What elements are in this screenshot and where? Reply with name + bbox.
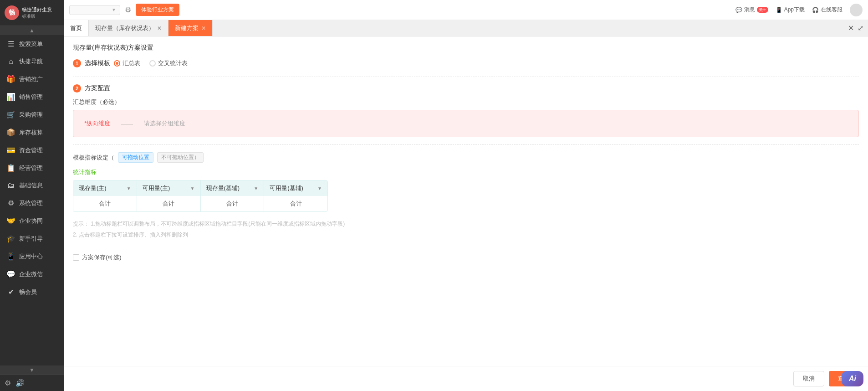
stats-col-2-chevron: ▼ xyxy=(254,186,258,191)
sidebar-item-finance[interactable]: 💳 资金管理 xyxy=(0,141,64,159)
marketing-icon: 🎁 xyxy=(6,75,15,83)
tab-home-label: 首页 xyxy=(70,24,82,32)
user-avatar[interactable] xyxy=(850,4,863,16)
page-title: 现存量(库存状况表)方案设置 xyxy=(73,44,859,52)
sidebar-item-inventory[interactable]: 📦 库存核算 xyxy=(0,123,64,141)
stats-col-0-chevron: ▼ xyxy=(127,186,131,191)
stats-section-label: 统计指标 xyxy=(73,168,859,176)
sidebar-item-appstore[interactable]: 📱 应用中心 xyxy=(0,247,64,265)
tabbar: 首页 现存量（库存状况表） ✕ 新建方案 ✕ ✕ ⤢ xyxy=(64,20,868,36)
template-radio-group: 汇总表 交叉统计表 xyxy=(114,59,188,67)
stats-col-1[interactable]: 可用量(主) ▼ xyxy=(137,180,201,196)
tab-new-plan[interactable]: 新建方案 ✕ xyxy=(168,20,213,36)
non-draggable-tag: 不可拖动位置） xyxy=(157,152,204,163)
stats-cell-1: 合计 xyxy=(137,196,201,211)
stats-col-0-label: 现存量(主) xyxy=(79,184,107,192)
inventory-icon: 📦 xyxy=(6,128,15,137)
sidebar-item-wechat[interactable]: 💬 企业微信 xyxy=(0,265,64,283)
stats-col-2[interactable]: 现存量(基辅) ▼ xyxy=(201,180,265,196)
radio-summary[interactable]: 汇总表 xyxy=(114,59,140,67)
section-1-number: 1 xyxy=(73,59,81,67)
search-dropdown-icon[interactable]: ▼ xyxy=(112,7,116,12)
topbar-search-box: ▼ xyxy=(69,5,120,15)
draggable-tag: 可拖动位置 xyxy=(118,152,153,163)
sidebar-item-purchase[interactable]: 🛒 采购管理 xyxy=(0,106,64,123)
radio-crosstab[interactable]: 交叉统计表 xyxy=(149,59,188,67)
finance-icon: 💳 xyxy=(6,146,15,154)
tab-close-all-icon[interactable]: ✕ xyxy=(848,24,854,32)
message-icon: 💬 xyxy=(735,7,742,13)
sidebar-item-label: 搜索菜单 xyxy=(19,40,43,48)
stats-col-2-label: 现存量(基辅) xyxy=(206,184,240,192)
tab-new-plan-close[interactable]: ✕ xyxy=(201,25,206,31)
search-input[interactable] xyxy=(73,7,110,13)
tips-section: 提示： 1.拖动标题栏可以调整布局，不可跨维度或指标区域拖动栏目字段(只能在同一… xyxy=(73,219,859,240)
radio-crosstab-label: 交叉统计表 xyxy=(158,59,188,67)
sidebar-item-member[interactable]: ✔ 畅会员 xyxy=(0,283,64,301)
tab-home[interactable]: 首页 xyxy=(64,20,89,36)
sidebar-item-marketing[interactable]: 🎁 营销推广 xyxy=(0,70,64,88)
cancel-button[interactable]: 取消 xyxy=(793,371,824,386)
sidebar-item-sales[interactable]: 📊 销售管理 xyxy=(0,88,64,106)
basics-icon: 🗂 xyxy=(6,181,15,190)
sidebar-item-basics[interactable]: 🗂 基础信息 xyxy=(0,177,64,194)
stats-col-3-chevron: ▼ xyxy=(317,186,322,191)
save-checkbox[interactable] xyxy=(73,254,79,261)
section-2-title: 方案配置 xyxy=(85,84,110,93)
topbar-settings-icon[interactable]: ⚙ xyxy=(125,5,131,14)
tip-2: 2. 点击标题栏下拉可设置排序、插入列和删除列 xyxy=(73,230,859,240)
vertical-field-label: *纵向维度 xyxy=(84,119,110,128)
sidebar-item-label: 经营管理 xyxy=(19,164,43,172)
sidebar-logo: 畅 畅捷通好生意 标准版 xyxy=(0,0,64,26)
section-1-title: 选择模板 xyxy=(85,59,110,67)
stats-col-3[interactable]: 可用量(基辅) ▼ xyxy=(264,180,327,196)
sidebar-item-enterprise[interactable]: 🤝 企业协同 xyxy=(0,212,64,230)
stats-table-body: 合计 合计 合计 合计 xyxy=(73,196,327,211)
app-label: App下载 xyxy=(784,6,805,14)
sidebar-settings-icon[interactable]: ⚙ xyxy=(5,379,11,387)
stats-col-1-chevron: ▼ xyxy=(190,186,195,191)
stats-col-1-label: 可用量(主) xyxy=(143,184,170,192)
stats-col-0[interactable]: 现存量(主) ▼ xyxy=(73,180,137,196)
stats-cell-2: 合计 xyxy=(201,196,265,211)
sidebar-sound-icon[interactable]: 🔊 xyxy=(15,379,25,387)
sidebar-item-label: 资金管理 xyxy=(19,146,43,154)
ai-badge[interactable]: Ai xyxy=(842,371,863,386)
radio-summary-dot xyxy=(114,60,120,67)
tabbar-right-actions: ✕ ⤢ xyxy=(848,24,868,32)
section-1-header: 1 选择模板 汇总表 交叉统计表 xyxy=(73,59,859,67)
indicator-settings-label: 模板指标设定（ 可拖动位置 不可拖动位置） xyxy=(73,152,859,163)
sidebar-item-operations[interactable]: 📋 经营管理 xyxy=(0,159,64,177)
topbar: ▼ ⚙ 体验行业方案 💬 消息 99+ 📱 App下载 🎧 在线客服 xyxy=(64,0,868,20)
sidebar-item-newbie[interactable]: 🎓 新手引导 xyxy=(0,230,64,247)
message-item[interactable]: 💬 消息 99+ xyxy=(735,6,768,14)
app-download-item[interactable]: 📱 App下载 xyxy=(776,6,805,14)
sidebar-item-label: 畅会员 xyxy=(19,288,37,296)
appstore-icon: 📱 xyxy=(6,252,15,261)
sidebar-item-system[interactable]: ⚙ 系统管理 xyxy=(0,194,64,212)
sidebar-item-label: 系统管理 xyxy=(19,199,43,207)
service-item[interactable]: 🎧 在线客服 xyxy=(812,6,842,14)
sidebar-scroll-up[interactable]: ▲ xyxy=(0,26,64,35)
page-content: 现存量(库存状况表)方案设置 1 选择模板 汇总表 交叉统计表 xyxy=(64,36,868,391)
page-footer: 取消 查询 xyxy=(64,366,868,391)
sidebar-item-label: 销售管理 xyxy=(19,93,43,101)
save-option: 方案保存(可选) xyxy=(73,253,859,262)
tab-expand-icon[interactable]: ⤢ xyxy=(858,24,863,32)
message-label: 消息 xyxy=(744,6,755,14)
sidebar-item-quick-nav[interactable]: ⌂ 快捷导航 xyxy=(0,53,64,70)
dimension-box[interactable]: *纵向维度 —— 请选择分组维度 xyxy=(73,110,859,137)
stats-cell-3: 合计 xyxy=(264,196,327,211)
main-area: ▼ ⚙ 体验行业方案 💬 消息 99+ 📱 App下载 🎧 在线客服 首页 xyxy=(64,0,868,391)
search-menu-icon: ☰ xyxy=(6,40,15,48)
sidebar-item-label: 快捷导航 xyxy=(19,57,43,66)
sidebar-scroll-down[interactable]: ▼ xyxy=(0,365,64,375)
sales-icon: 📊 xyxy=(6,93,15,101)
sidebar-item-search-menu[interactable]: ☰ 搜索菜单 xyxy=(0,35,64,53)
trial-button[interactable]: 体验行业方案 xyxy=(136,4,179,16)
tab-inventory-status[interactable]: 现存量（库存状况表） ✕ xyxy=(89,20,168,36)
newbie-icon: 🎓 xyxy=(6,234,15,243)
tab-inventory-close[interactable]: ✕ xyxy=(157,25,162,31)
purchase-icon: 🛒 xyxy=(6,110,15,119)
app-icon: 📱 xyxy=(776,7,782,13)
